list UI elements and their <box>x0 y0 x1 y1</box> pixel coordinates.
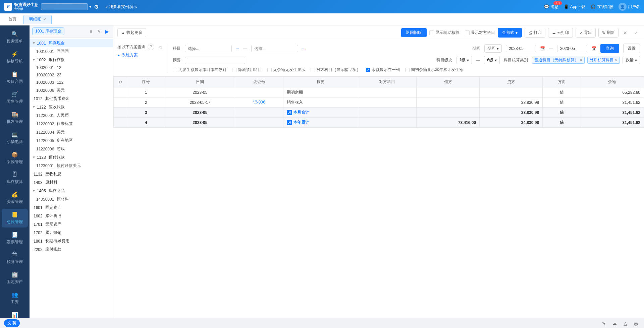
table-row[interactable]: 4 2023-05 月本年累计 73,416.00 34,830.98 借 31… <box>114 118 644 128</box>
sidebar-item-capital-mgmt[interactable]: 💰 资金管理 <box>2 189 28 207</box>
cb-no-balance-show[interactable]: 无发生额显示本月本年累计 <box>173 67 227 73</box>
sidebar-item-tax-mgmt[interactable]: 🏛 税务管理 <box>2 249 28 267</box>
tree-item-1702[interactable]: 1702 累计摊销 <box>30 228 113 237</box>
tree-item-1602[interactable]: 1602 累计折旧 <box>30 212 113 220</box>
tree-item-11220001[interactable]: 11220001 人民币 <box>30 111 113 120</box>
sidebar-item-retail-mgmt[interactable]: 🛒 零售管理 <box>2 88 28 107</box>
scheme-help-icon[interactable]: ? <box>148 44 154 50</box>
sidebar-item-fixed-assets[interactable]: 🏢 固定资产 <box>2 269 28 287</box>
cb-contra-account[interactable]: 对方科目（显示辅助项） <box>311 67 361 73</box>
period-end-input[interactable] <box>557 45 587 52</box>
cloud-icon-btn[interactable]: ☁ <box>610 319 619 327</box>
edit-icon-btn[interactable]: ✎ <box>600 319 608 327</box>
tree-item-1403[interactable]: 1403 原材料 <box>30 178 113 187</box>
lang-btn[interactable]: 文 英 <box>4 319 20 327</box>
table-row[interactable]: 3 2023-05 月本月合计 33,830.98 借 31,451.62 <box>114 108 644 118</box>
expand-btn[interactable]: ▲ 收起更多 <box>117 28 146 37</box>
sidebar-item-purchase-mgmt[interactable]: 📦 采购管理 <box>2 149 28 168</box>
tree-item-1012[interactable]: 1012 其他货币资金 <box>30 94 113 103</box>
tree-item-11220006[interactable]: 11220006 游戏 <box>30 145 113 153</box>
tree-item-1601[interactable]: 1601 固定资产 <box>30 203 113 212</box>
tree-item-11230001[interactable]: 11230001 预付账款美元 <box>30 161 113 170</box>
col-settings-btn[interactable]: ⚙ <box>114 77 127 87</box>
show-aux-checkbox[interactable]: 显示辅助核算 <box>429 30 460 36</box>
app-download-btn[interactable]: 📱 App下载 <box>564 4 585 10</box>
sidebar-item-search-menu[interactable]: 🔍 搜索菜单 <box>2 28 28 47</box>
message-btn[interactable]: 💬 消息 99+ <box>544 4 558 10</box>
tag-close-1[interactable]: ✕ <box>615 58 618 62</box>
tree-item-1701[interactable]: 1701 无形资产 <box>30 220 113 228</box>
current-account-label[interactable]: 1001 库存现金 <box>32 27 64 35</box>
show-contra-checkbox[interactable]: 显示对方科目 <box>465 30 495 36</box>
subject-level-to-select[interactable]: 6级 ▾ <box>484 56 500 64</box>
tree-item-2202[interactable]: 2202 应付账款 <box>30 245 113 254</box>
cb-no-balance-no-show[interactable]: 无余额无发生显示 <box>267 67 305 73</box>
sidebar-item-general-ledger[interactable]: 📒 总账管理 <box>2 209 28 227</box>
tab-detail[interactable]: 明细账 ✕ <box>23 15 52 24</box>
tree-item-1001[interactable]: ▼ 1001 库存现金 <box>30 39 113 47</box>
tree-item-11220002[interactable]: 11220002 往来标签 <box>30 120 113 128</box>
tag-close-0[interactable]: ✕ <box>580 58 582 62</box>
tree-item-10020001[interactable]: 10020001 12 <box>30 64 113 71</box>
period-end-calendar-icon[interactable]: 📅 <box>591 46 596 51</box>
tree-item-10020003[interactable]: 10020003 122 <box>30 79 113 86</box>
period-type-select[interactable]: 期间 ▾ <box>484 44 502 53</box>
table-row[interactable]: 2 2023-05-17 记-006 销售收入 33,830.98 借 31,4… <box>114 97 644 108</box>
refresh-btn[interactable]: ↻ 刷新 <box>598 28 619 38</box>
query-btn[interactable]: 查询 <box>600 44 619 53</box>
tab-close-icon[interactable]: ✕ <box>43 17 46 21</box>
cb-begin-balance[interactable]: 期初余额显示本年累计发生额 <box>405 67 463 73</box>
tree-item-1801[interactable]: 1801 长期待摊费用 <box>30 237 113 245</box>
export-btn[interactable]: ↗ 导出 <box>576 28 596 38</box>
subject-to-input[interactable] <box>251 45 298 52</box>
format-btn[interactable]: 金额式 ▾ <box>498 28 522 38</box>
tree-item-10020006[interactable]: 10020006 美元 <box>30 86 113 94</box>
period-start-input[interactable] <box>506 45 536 52</box>
tree-item-1132[interactable]: 1132 应收利息 <box>30 170 113 178</box>
settings-btn[interactable]: 设置 <box>623 44 640 53</box>
window-title-input[interactable] <box>41 3 88 10</box>
panel-close-btn[interactable]: ✕ <box>621 29 629 37</box>
tree-item-1002[interactable]: ▼ 1002 银行存款 <box>30 56 113 64</box>
maximize-btn[interactable]: ⤢ <box>632 29 640 37</box>
sidebar-item-xiaoxi-ecom[interactable]: 💻 小畅电商 <box>2 129 28 147</box>
tab-home[interactable]: 首页 <box>3 15 22 24</box>
table-row[interactable]: 1 2023-05 期初余额 借 65,282.60 <box>114 87 644 97</box>
summary-input[interactable] <box>185 57 245 64</box>
tree-item-10020002[interactable]: 10020002 23 <box>30 71 113 79</box>
upload-icon-btn[interactable]: △ <box>621 319 629 327</box>
sidebar-item-quick-nav[interactable]: ⚡ 快捷导航 <box>2 48 28 67</box>
demo-link[interactable]: ○ 我要看实例演示 <box>105 4 137 10</box>
dropdown-icon[interactable]: ▾ <box>89 4 91 9</box>
return-old-version-btn[interactable]: 返回旧版 <box>401 28 427 37</box>
sidebar-item-salary[interactable]: 👥 工资 <box>2 289 28 308</box>
voucher-link[interactable]: 记-006 <box>253 100 265 105</box>
cloud-print-btn[interactable]: ☁ 云打印 <box>548 28 573 38</box>
tree-item-11220004[interactable]: 11220004 美元 <box>30 128 113 136</box>
user-btn[interactable]: 👤 用户名 <box>619 3 640 11</box>
subject-more-icon[interactable]: ··· <box>236 46 239 51</box>
tree-item-14050001[interactable]: 14050001 原材料 <box>30 195 113 203</box>
tree-item-1405[interactable]: ▼ 1405 库存商品 <box>30 187 113 195</box>
cb-hide-disabled[interactable]: 隐藏禁用科目 <box>232 67 262 73</box>
circle-icon-btn[interactable]: ◎ <box>632 319 640 327</box>
online-service-btn[interactable]: 🎧 在线客服 <box>591 4 613 10</box>
cb-balance-one-col[interactable]: ✓ 余额显示在一列 <box>366 67 400 73</box>
tree-item-10010001[interactable]: 10010001 同同同 <box>30 47 113 56</box>
sidebar-item-wholesale-mgmt[interactable]: 🏬 批发管理 <box>2 109 28 127</box>
scheme-collapse-icon[interactable]: ◁ <box>156 44 163 50</box>
sidebar-item-invoice-mgmt[interactable]: 🧾 发票管理 <box>2 229 28 248</box>
tree-item-1123[interactable]: ▼ 1123 预付账款 <box>30 153 113 161</box>
quantity-select[interactable]: 数量 ▾ <box>623 56 640 64</box>
tree-arrow-icon[interactable]: ▶ <box>104 28 110 35</box>
gear-icon[interactable]: ⚙ <box>94 4 99 10</box>
tree-list-icon[interactable]: ≡ <box>88 28 94 35</box>
subject-to-more-icon[interactable]: ··· <box>302 46 306 51</box>
subject-from-input[interactable] <box>185 45 232 52</box>
subject-level-from-select[interactable]: 1级 ▾ <box>457 56 472 64</box>
sidebar-item-project-contract[interactable]: 📋 项目合同 <box>2 68 28 87</box>
tree-item-11220005[interactable]: 11220005 所在地区 <box>30 136 113 145</box>
print-btn[interactable]: 🖨 打印 <box>525 28 545 38</box>
tree-edit-icon[interactable]: ✎ <box>96 28 102 35</box>
scheme-item-system[interactable]: ● 系统方案 <box>117 52 163 58</box>
